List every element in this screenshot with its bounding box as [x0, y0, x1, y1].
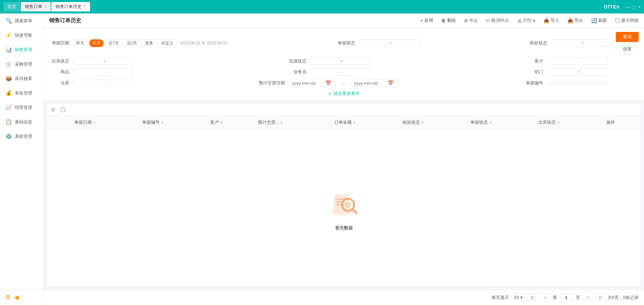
delivery-date-end-input[interactable]	[354, 81, 388, 86]
sidebar-item-system-mgmt-label: 系统管理	[15, 134, 32, 140]
th-payment-status[interactable]: 收款状态 ⇅	[398, 116, 466, 129]
sidebar-item-basic-info-label: 基础信息	[15, 119, 32, 125]
filter-row-1: 单据日期 昨天 今天 近7天 近1月 更多 自定义 2023-06-02 至 2…	[49, 32, 639, 54]
th-payment-status-label: 收款状态	[402, 120, 420, 125]
tab-sales-order[interactable]: 销售订单 ×	[21, 2, 51, 11]
import-btn[interactable]: 📥 导入	[541, 16, 562, 25]
date-btn-1month[interactable]: 近1月	[124, 39, 140, 47]
last-page-btn[interactable]: ⟩⟩	[596, 294, 605, 301]
delete-btn[interactable]: 🗑 删除	[438, 16, 459, 25]
close-btn[interactable]: ×	[638, 4, 641, 9]
sidebar-settings-icon[interactable]: ⚙	[5, 294, 11, 301]
calendar-end-icon: 📅	[388, 80, 393, 86]
stop-btn[interactable]: ⊘ 中止	[461, 16, 481, 25]
select-all-checkbox[interactable]	[61, 108, 65, 112]
sidebar-item-operation-mgmt-label: 经营管理	[15, 105, 32, 111]
display-detail-toggle[interactable]: 显示明细	[615, 17, 639, 24]
display-detail-checkbox[interactable]	[615, 18, 620, 23]
new-btn[interactable]: + 新增	[418, 16, 436, 25]
total-text: 共0页，0条记录	[608, 295, 639, 301]
sidebar-item-system-mgmt[interactable]: ⚙️ 系统管理	[0, 129, 43, 144]
per-page-select[interactable]: 50 ▾	[512, 294, 525, 301]
prev-page-btn[interactable]: ＜	[540, 293, 550, 302]
cancel-stop-btn[interactable]: ↩ 取消中止	[483, 16, 512, 25]
setting-btn[interactable]: 设置	[616, 44, 639, 54]
table-settings-icon[interactable]: ⚙	[51, 107, 55, 113]
warehouse-input[interactable]: ···	[73, 79, 134, 87]
th-bill-status-sort-icon: ⇅	[489, 121, 492, 124]
sales-mgmt-icon: 📊	[5, 46, 12, 53]
export-label: 导出	[574, 17, 583, 24]
th-date[interactable]: 单据日期 ⇅	[70, 116, 138, 129]
query-btn[interactable]: 查询	[616, 32, 639, 42]
th-number[interactable]: 单据编号 ⇅	[138, 116, 206, 129]
first-page-btn[interactable]: ⟨⟨	[528, 294, 537, 301]
restore-btn[interactable]: □	[633, 4, 636, 9]
goods-input[interactable]: ···	[73, 68, 134, 76]
delivery-date-start-input[interactable]	[292, 81, 326, 86]
svg-rect-4	[336, 204, 345, 205]
tab-sales-order-history[interactable]: 销售订单历史 ×	[51, 2, 90, 11]
refresh-btn[interactable]: 🔄 刷新	[589, 16, 610, 25]
sidebar-item-purchase-mgmt[interactable]: 🛒 采购管理	[0, 57, 43, 71]
customer-label: 客户	[523, 58, 543, 64]
sidebar-item-inventory-check-label: 库存核算	[15, 76, 32, 82]
goods-dots-icon: ···	[103, 70, 131, 74]
sidebar: 🔍 搜索菜单 ⚡ 快捷导航 📊 销售管理 🛒 采购管理 📦 库存核算 💰 资金管…	[0, 13, 44, 305]
cancel-stop-icon: ↩	[486, 18, 490, 23]
out-status-select[interactable]: ▾	[73, 58, 134, 65]
table-header-row: 单据日期 ⇅ 单据编号 ⇅ 客户 ⇅ 预计交货...	[47, 116, 641, 129]
brand-label: OfTEn	[604, 4, 620, 9]
sidebar-item-search-menu-label: 搜索菜单	[15, 18, 32, 24]
sidebar-item-quick-nav[interactable]: ⚡ 快捷导航	[0, 28, 43, 42]
th-bill-status[interactable]: 单据状态 ⇅	[466, 116, 534, 129]
th-out-status[interactable]: 出库状态 ⇅	[534, 116, 602, 129]
next-page-btn[interactable]: ＞	[583, 293, 593, 302]
bill-status-arrow-icon: ▾	[389, 41, 417, 45]
th-bill-status-label: 单据状态	[470, 120, 488, 125]
date-btn-today[interactable]: 今天	[89, 39, 103, 47]
sidebar-item-basic-info[interactable]: 📋 基础信息	[0, 115, 43, 129]
th-amount[interactable]: 订单金额 ⇅	[330, 116, 398, 129]
page-input[interactable]	[560, 294, 573, 301]
operation-mgmt-icon: 📈	[5, 104, 12, 111]
date-btn-custom[interactable]: 自定义	[158, 39, 176, 47]
date-btn-7days[interactable]: 近7天	[105, 39, 122, 47]
th-check	[60, 116, 70, 129]
tab-sales-order-history-close[interactable]: ×	[84, 4, 86, 9]
th-customer[interactable]: 客户 ⇅	[206, 116, 254, 129]
complete-status-select[interactable]: ▾	[310, 58, 371, 65]
tab-sales-order-close[interactable]: ×	[44, 4, 47, 9]
right-buttons: 查询 设置	[616, 32, 639, 54]
quick-nav-icon: ⚡	[5, 32, 12, 38]
sidebar-item-inventory-check[interactable]: 📦 库存核算	[0, 71, 43, 86]
th-settings	[47, 116, 60, 129]
pagination: 每页显示 50 ▾ ⟨⟨ ＜ 第 页 ＞ ⟩⟩ 共0页，0条记录	[44, 290, 644, 305]
payment-status-select[interactable]: ▾	[551, 39, 612, 47]
bill-status-select[interactable]: ▾	[359, 39, 420, 47]
delivery-date-end[interactable]: 📅	[351, 79, 398, 87]
date-btn-more[interactable]: 更多	[142, 39, 156, 47]
sidebar-item-operation-mgmt[interactable]: 📈 经营管理	[0, 100, 43, 115]
date-btn-yesterday[interactable]: 昨天	[73, 39, 87, 47]
dept-label: 部门	[523, 69, 543, 75]
date-label: 单据日期	[49, 40, 69, 46]
collapse-bar[interactable]: ∧ 收起更多条件	[49, 90, 639, 97]
bill-number-label: 单据编号	[523, 80, 543, 86]
sidebar-item-sales-mgmt[interactable]: 📊 销售管理	[0, 42, 43, 57]
th-delivery[interactable]: 预计交货... ⇅	[254, 116, 330, 129]
dept-select[interactable]: ▾	[547, 68, 608, 76]
sidebar-collapse-icon[interactable]: ◀	[14, 294, 19, 301]
export-btn[interactable]: 📤 导出	[565, 16, 586, 25]
sidebar-item-finance-mgmt[interactable]: 💰 资金管理	[0, 86, 43, 100]
th-amount-label: 订单金额	[334, 120, 352, 125]
customer-dots-icon: ···	[577, 59, 605, 64]
customer-input[interactable]: ···	[547, 58, 608, 65]
bill-number-input[interactable]	[547, 82, 608, 84]
delivery-date-start[interactable]: 📅	[289, 79, 336, 87]
sidebar-item-search-menu[interactable]: 🔍 搜索菜单	[0, 13, 43, 28]
tab-home[interactable]: 首页	[3, 2, 20, 11]
minimize-btn[interactable]: —	[626, 4, 630, 9]
print-btn[interactable]: 🖨 打印 ▾	[514, 16, 538, 25]
salesman-input[interactable]: ···	[310, 68, 371, 76]
